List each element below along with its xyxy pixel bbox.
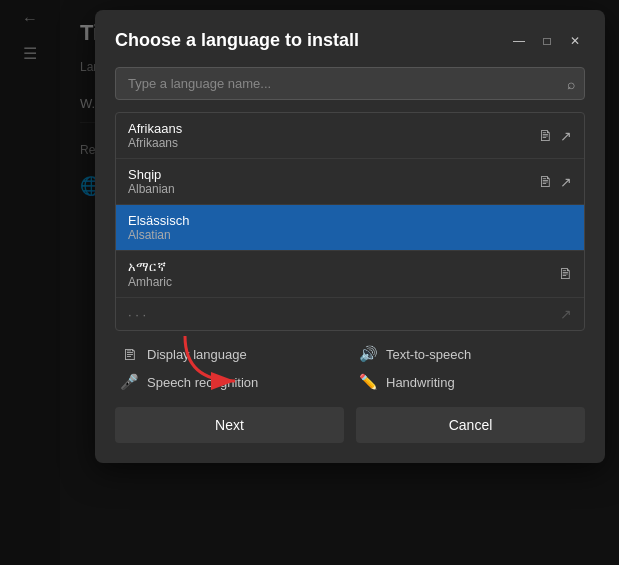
cancel-button[interactable]: Cancel — [356, 407, 585, 443]
features-grid: 🖹 Display language 🔊 Text-to-speech 🎤 Sp… — [115, 345, 585, 391]
lang-text: Afrikaans Afrikaans — [128, 121, 538, 150]
language-search-input[interactable] — [115, 67, 585, 100]
text-to-speech-label: Text-to-speech — [386, 347, 471, 362]
lang-icons: 🖹 — [558, 266, 572, 282]
lang-secondary: Afrikaans — [128, 136, 538, 150]
close-button[interactable]: ✕ — [565, 31, 585, 51]
language-item-more[interactable]: · · · ↗ — [116, 298, 584, 330]
lang-primary: Elsässisch — [128, 213, 572, 228]
display-lang-icon: 🖹 — [538, 128, 552, 144]
lang-icons: 🖹 ↗ — [538, 174, 572, 190]
search-box: ⌕ — [115, 67, 585, 100]
lang-primary: · · · — [128, 307, 560, 322]
next-button[interactable]: Next — [115, 407, 344, 443]
language-list[interactable]: Afrikaans Afrikaans 🖹 ↗ Shqip Albanian 🖹… — [115, 112, 585, 331]
lang-secondary: Albanian — [128, 182, 538, 196]
lang-primary: Afrikaans — [128, 121, 538, 136]
modal-titlebar: Choose a language to install — □ ✕ — [115, 30, 585, 51]
display-lang-icon: 🖹 — [538, 174, 552, 190]
speech-recognition-label: Speech recognition — [147, 375, 258, 390]
lang-primary: አማርኛ — [128, 259, 558, 275]
speech-recognition-icon: 🎤 — [119, 373, 139, 391]
handwriting-icon: ✏️ — [358, 373, 378, 391]
lang-text: Elsässisch Alsatian — [128, 213, 572, 242]
lang-text: አማርኛ Amharic — [128, 259, 558, 289]
display-language-label: Display language — [147, 347, 247, 362]
language-item-shqip[interactable]: Shqip Albanian 🖹 ↗ — [116, 159, 584, 205]
button-row: Next Cancel — [115, 407, 585, 443]
minimize-button[interactable]: — — [509, 31, 529, 51]
lang-primary: Shqip — [128, 167, 538, 182]
modal-title: Choose a language to install — [115, 30, 359, 51]
external-link-icon: ↗ — [560, 174, 572, 190]
feature-handwriting[interactable]: ✏️ Handwriting — [358, 373, 581, 391]
search-icon-button[interactable]: ⌕ — [567, 76, 575, 92]
feature-text-to-speech[interactable]: 🔊 Text-to-speech — [358, 345, 581, 363]
feature-display-language[interactable]: 🖹 Display language — [119, 345, 342, 363]
display-lang-icon: 🖹 — [558, 266, 572, 282]
lang-text: Shqip Albanian — [128, 167, 538, 196]
search-icon: ⌕ — [567, 76, 575, 92]
language-item-afrikaans[interactable]: Afrikaans Afrikaans 🖹 ↗ — [116, 113, 584, 159]
language-install-modal: Choose a language to install — □ ✕ ⌕ Afr… — [95, 10, 605, 463]
language-item-amharic[interactable]: አማርኛ Amharic 🖹 — [116, 251, 584, 298]
lang-icons: ↗ — [560, 306, 572, 322]
maximize-button[interactable]: □ — [537, 31, 557, 51]
external-link-icon: ↗ — [560, 128, 572, 144]
handwriting-label: Handwriting — [386, 375, 455, 390]
display-language-icon: 🖹 — [119, 346, 139, 363]
lang-text: · · · — [128, 307, 560, 322]
text-to-speech-icon: 🔊 — [358, 345, 378, 363]
lang-secondary: Amharic — [128, 275, 558, 289]
lang-icons: 🖹 ↗ — [538, 128, 572, 144]
window-controls: — □ ✕ — [509, 31, 585, 51]
external-link-icon: ↗ — [560, 306, 572, 322]
language-item-elsassisch[interactable]: Elsässisch Alsatian — [116, 205, 584, 251]
feature-speech-recognition[interactable]: 🎤 Speech recognition — [119, 373, 342, 391]
lang-secondary: Alsatian — [128, 228, 572, 242]
